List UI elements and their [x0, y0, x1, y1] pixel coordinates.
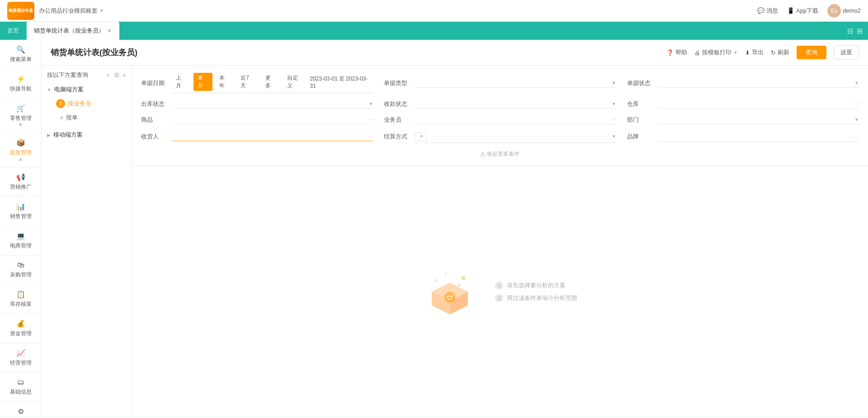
empty-state-icon: [423, 265, 477, 319]
scheme-item-order[interactable]: ≡ 按单: [45, 111, 128, 124]
date-btn-more[interactable]: 更多: [261, 73, 280, 91]
goods-dots-icon: ···: [368, 116, 373, 123]
main-layout: 🔍 搜索菜单 ⚡ 快捷导航 🛒 零售管理 ▼ 📦 批发管理 ▲ 📢 营销推广 📊…: [0, 40, 868, 418]
purchase-icon: 🛍: [17, 261, 24, 269]
sidebar-item-sales[interactable]: 📊 销售管理: [0, 197, 41, 226]
scheme-panel-actions: ＋ ⚙ «: [105, 71, 126, 79]
dept-select[interactable]: ▼: [658, 115, 859, 124]
salesperson-select[interactable]: ···: [415, 114, 616, 125]
payment-select[interactable]: ✕ ▼: [415, 130, 616, 143]
warehouse-select[interactable]: ···: [658, 99, 859, 109]
sidebar-item-retail[interactable]: 🛒 零售管理 ▼: [0, 99, 41, 133]
date-range-text: 2023-03-01 至 2023-03-31: [310, 75, 373, 89]
export-btn[interactable]: ⬇ 导出: [745, 48, 764, 57]
svg-point-8: [462, 276, 465, 280]
tab-home[interactable]: 首页: [0, 22, 27, 40]
brand-label: 品牌: [627, 133, 654, 141]
tip-num-1: 1: [495, 281, 503, 290]
sidebar-item-base[interactable]: 🗂 基础信息: [0, 373, 41, 402]
topbar-right: 💬 消息 📱 App下载 Ea demo2: [757, 4, 861, 18]
date-btn-last-month[interactable]: 上月: [172, 73, 191, 91]
sidebar-item-ecommerce[interactable]: 💻 电商管理: [0, 226, 41, 256]
payment-chip-close-icon[interactable]: ✕: [420, 133, 424, 139]
doc-type-label: 单据类型: [384, 79, 411, 87]
finance-icon: 💰: [16, 319, 25, 328]
doc-status-select[interactable]: ▼: [658, 79, 859, 88]
avatar: Ea: [827, 4, 841, 18]
filter-content: 单据日期 上月 本月 本年 近7天 更多 自定义 2023-03-01 至 20…: [132, 66, 868, 418]
add-scheme-icon[interactable]: ＋: [105, 71, 111, 79]
tab-close-icon[interactable]: ✕: [107, 28, 112, 34]
retail-icon: 🛒: [16, 104, 25, 113]
recv-status-chevron-icon: ▼: [612, 101, 616, 106]
base-icon: 🗂: [17, 378, 24, 386]
print-btn[interactable]: 🖨 按模板打印 ▼: [694, 48, 738, 57]
svg-point-7: [435, 279, 438, 282]
svg-point-9: [444, 273, 446, 275]
window-minimize-icon[interactable]: ⊟: [847, 27, 853, 35]
salesperson-dots-icon: ···: [612, 116, 616, 123]
collapse-conditions-btn[interactable]: ⋀ 收起更多条件: [141, 147, 859, 158]
filter-area: 单据日期 上月 本月 本年 近7天 更多 自定义 2023-03-01 至 20…: [132, 66, 868, 166]
sidebar-item-system[interactable]: ⚙ 系统管理: [0, 402, 41, 418]
doc-type-chevron-icon: ▼: [612, 81, 616, 86]
sidebar-item-marketing[interactable]: 📢 营销推广: [0, 167, 41, 197]
scheme-panel-header: 按以下方案查询 ＋ ⚙ «: [42, 71, 132, 83]
tab-sales-stat[interactable]: 销货单统计表（按业务员） ✕: [27, 22, 119, 40]
brand-select[interactable]: ···: [658, 132, 859, 142]
shortcut-icon: ⚡: [16, 75, 25, 83]
date-btn-this-year[interactable]: 本年: [215, 73, 234, 91]
out-status-select[interactable]: ▼: [172, 100, 373, 109]
account-dropdown[interactable]: 办公用品行业模拟账套 ▼: [39, 7, 104, 15]
page-title: 销货单统计表(按业务员): [51, 47, 137, 63]
scheme-group-desktop-header[interactable]: ▼ 电脑端方案: [45, 83, 128, 96]
salesperson-label: 业务员: [384, 116, 411, 124]
collapse-icon: ⋀: [481, 151, 485, 157]
warehouse-dots-icon: ···: [854, 100, 859, 107]
print-dropdown-icon: ▼: [733, 50, 738, 55]
sidebar-item-wholesale[interactable]: 📦 批发管理 ▲: [0, 133, 41, 167]
warehouse-label: 仓库: [627, 100, 654, 108]
svg-point-6: [451, 295, 453, 297]
date-btn-this-month[interactable]: 本月: [193, 73, 212, 91]
group-expand-icon: ▼: [47, 87, 52, 92]
date-btn-custom[interactable]: 自定义: [283, 73, 307, 91]
logo: 畅捷通好生意: [7, 2, 34, 20]
payment-chip: ✕: [415, 132, 427, 141]
collapse-scheme-icon[interactable]: «: [123, 71, 126, 79]
sidebar-item-inventory[interactable]: 📋 库存核算: [0, 285, 41, 314]
sidebar: 🔍 搜索菜单 ⚡ 快捷导航 🛒 零售管理 ▼ 📦 批发管理 ▲ 📢 营销推广 📊…: [0, 40, 42, 418]
tip-num-2: 2: [495, 294, 503, 302]
dropdown-chevron-icon: ▼: [99, 8, 104, 13]
recv-status-select[interactable]: ▼: [415, 100, 616, 109]
sidebar-item-shortcut[interactable]: ⚡ 快捷导航: [0, 69, 41, 99]
wholesale-expand-icon: ▲: [19, 157, 23, 162]
user-menu[interactable]: Ea demo2: [827, 4, 861, 18]
date-btn-7days[interactable]: 近7天: [236, 73, 258, 91]
sidebar-item-search[interactable]: 🔍 搜索菜单: [0, 40, 41, 69]
recv-status-label: 收款状态: [384, 100, 411, 108]
sidebar-item-operation[interactable]: 📈 经营管理: [0, 343, 41, 373]
brand-dots-icon: ···: [854, 133, 859, 140]
doc-status-chevron-icon: ▼: [854, 81, 859, 86]
sidebar-item-finance[interactable]: 💰 资金管理: [0, 314, 41, 343]
window-maximize-icon[interactable]: ⊞: [857, 27, 863, 35]
doc-type-select[interactable]: ▼: [415, 79, 616, 88]
edit-scheme-icon[interactable]: ⚙: [114, 71, 120, 79]
payment-chevron-icon: ▼: [612, 134, 616, 139]
consignee-input[interactable]: [172, 133, 367, 140]
scheme-group-mobile-header[interactable]: ▶ 移动端方案: [45, 128, 128, 142]
query-button[interactable]: 查询: [797, 46, 826, 59]
group-mobile-expand-icon: ▶: [47, 133, 51, 138]
payment-label: 结算方式: [384, 133, 411, 141]
scheme-item-salesperson[interactable]: 员 按业务员: [45, 96, 128, 111]
help-btn[interactable]: ❓ 帮助: [666, 48, 687, 57]
message-btn[interactable]: 💬 消息: [757, 7, 778, 15]
settings-button[interactable]: 设置: [834, 45, 859, 60]
refresh-btn[interactable]: ↻ 刷新: [771, 48, 789, 57]
goods-select[interactable]: ···: [172, 114, 373, 125]
sidebar-item-purchase[interactable]: 🛍 采购管理: [0, 256, 41, 285]
ecommerce-icon: 💻: [16, 232, 25, 240]
inventory-icon: 📋: [16, 290, 25, 299]
app-download-btn[interactable]: 📱 App下载: [787, 7, 818, 15]
